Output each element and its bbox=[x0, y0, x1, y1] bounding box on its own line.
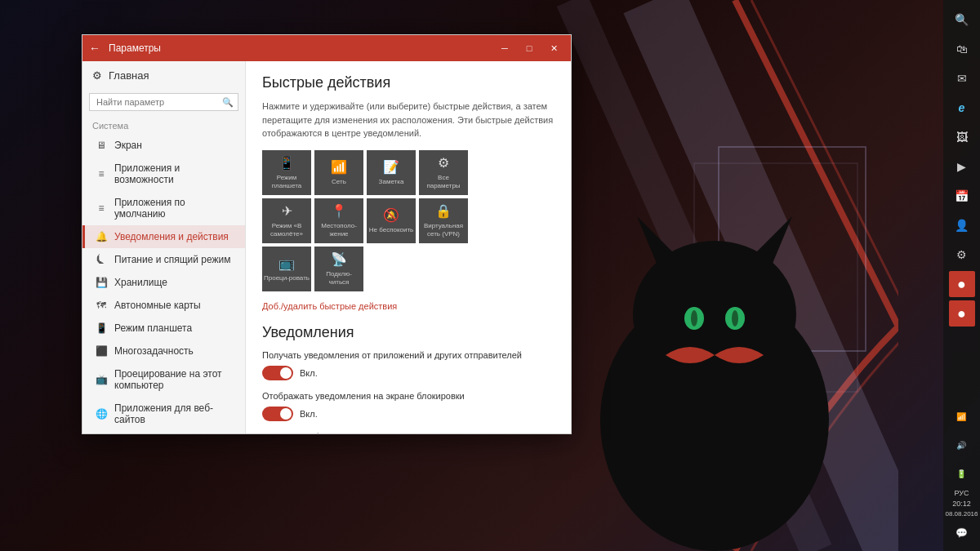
toggle-apps[interactable] bbox=[262, 366, 293, 380]
sidebar-item-label-screen: Экран bbox=[114, 140, 142, 151]
qa-vpn-icon: 🔒 bbox=[435, 203, 452, 219]
taskbar-time: 20:12 bbox=[952, 500, 971, 508]
sidebar-item-power[interactable]: ⏾ Питание и спящий режим bbox=[82, 248, 245, 271]
qa-airplane-icon: ✈ bbox=[282, 203, 292, 219]
sidebar-item-web-apps[interactable]: 🌐 Приложения для веб-сайтов bbox=[82, 397, 245, 431]
notif-label-apps: Получать уведомления от приложений и дру… bbox=[262, 349, 555, 362]
qa-vpn-label: Виртуальная сеть (VPN) bbox=[421, 222, 466, 238]
notif-item-lockscreen: Отображать уведомления на экране блокиро… bbox=[262, 390, 555, 421]
qa-tablet-label: Режим планшета bbox=[264, 174, 310, 189]
sidebar-item-label-multitask: Многозадачность bbox=[114, 345, 194, 357]
sidebar: ⚙ Главная 🔍 Система 🖥 Экран ≡ Приложения… bbox=[82, 61, 246, 433]
toggle-lockscreen[interactable] bbox=[262, 407, 293, 421]
sidebar-search: 🔍 bbox=[89, 93, 238, 111]
qa-project[interactable]: 📺 Проеци-ровать bbox=[262, 247, 311, 291]
maximize-button[interactable]: □ bbox=[519, 40, 540, 56]
quick-actions-grid: 📱 Режим планшета 📶 Сеть 📝 Заметка ⚙ Все … bbox=[262, 150, 555, 291]
sidebar-item-multitask[interactable]: ⬛ Многозадачность bbox=[82, 340, 245, 362]
sidebar-item-label-web-apps: Приложения для веб-сайтов bbox=[114, 402, 235, 425]
close-button[interactable]: ✕ bbox=[543, 40, 564, 56]
qa-project-label: Проеци-ровать bbox=[264, 274, 310, 282]
add-remove-link[interactable]: Доб./удалить быстрые действия bbox=[262, 301, 397, 311]
taskbar-store-icon[interactable]: 🛍 bbox=[949, 36, 975, 62]
qa-network[interactable]: 📶 Сеть bbox=[314, 150, 363, 195]
taskbar-right: 🔍 🛍 ✉ e 🖼 ▶ 📅 👤 ⚙ ● ● 📶 🔊 🔋 РУС 20:12 08… bbox=[943, 0, 980, 551]
qa-tablet-mode[interactable]: 📱 Режим планшета bbox=[262, 150, 311, 195]
qa-settings-label: Все параметры bbox=[421, 174, 466, 189]
taskbar-media-icon[interactable]: ▶ bbox=[949, 153, 975, 180]
qa-location[interactable]: 📍 Местополо-жение bbox=[314, 198, 363, 243]
taskbar-people-icon[interactable]: 👤 bbox=[949, 212, 975, 238]
taskbar-battery-icon[interactable]: 🔋 bbox=[948, 460, 974, 487]
taskbar-date: 08.08.2016 bbox=[945, 510, 978, 518]
taskbar-settings-icon[interactable]: ⚙ bbox=[949, 242, 975, 268]
sidebar-item-label-tablet: Режим планшета bbox=[114, 322, 192, 334]
notifications-icon: 🔔 bbox=[95, 231, 108, 242]
qa-project-icon: 📺 bbox=[278, 256, 295, 271]
taskbar-volume-icon[interactable]: 🔊 bbox=[948, 432, 974, 458]
toggle-row-lockscreen: Вкл. bbox=[262, 407, 555, 421]
qa-vpn[interactable]: 🔒 Виртуальная сеть (VPN) bbox=[419, 198, 468, 243]
default-apps-icon: ≡ bbox=[95, 202, 108, 214]
settings-window: ← Параметры ─ □ ✕ ⚙ Главная 🔍 Система bbox=[82, 34, 572, 434]
quick-actions-title: Быстрые действия bbox=[262, 74, 555, 91]
window-title: Параметры bbox=[109, 42, 494, 54]
sidebar-item-notifications[interactable]: 🔔 Уведомления и действия bbox=[82, 225, 245, 248]
qa-connect-icon: 📡 bbox=[331, 251, 347, 267]
qa-note-icon: 📝 bbox=[383, 159, 399, 175]
web-apps-icon: 🌐 bbox=[95, 408, 108, 420]
sidebar-home-label: Главная bbox=[109, 69, 149, 82]
taskbar-search-icon[interactable]: 🔍 bbox=[949, 7, 975, 33]
storage-icon: 💾 bbox=[95, 277, 108, 288]
sidebar-item-screen[interactable]: 🖥 Экран bbox=[82, 134, 245, 157]
back-button[interactable]: ← bbox=[89, 42, 100, 55]
search-input[interactable] bbox=[89, 93, 238, 111]
qa-all-settings[interactable]: ⚙ Все параметры bbox=[419, 150, 468, 195]
sidebar-item-tablet[interactable]: 📱 Режим планшета bbox=[82, 317, 245, 340]
power-icon: ⏾ bbox=[95, 254, 108, 265]
sidebar-item-label-notifications: Уведомления и действия bbox=[114, 231, 229, 242]
sidebar-item-maps[interactable]: 🗺 Автономные карты bbox=[82, 294, 245, 317]
minimize-button[interactable]: ─ bbox=[494, 40, 515, 56]
apps-icon: ≡ bbox=[95, 168, 108, 180]
taskbar-mail-icon[interactable]: ✉ bbox=[949, 65, 975, 91]
qa-airplane-label: Режим «В самолёте» bbox=[264, 222, 310, 238]
taskbar-photos-icon[interactable]: 🖼 bbox=[949, 124, 975, 150]
sidebar-item-label-project: Проецирование на этот компьютер bbox=[114, 368, 235, 391]
sidebar-item-storage[interactable]: 💾 Хранилище bbox=[82, 271, 245, 294]
toggle-label-lockscreen: Вкл. bbox=[300, 409, 318, 419]
toggle-label-apps: Вкл. bbox=[300, 368, 318, 378]
qa-note-label: Заметка bbox=[379, 178, 404, 186]
taskbar-network-icon[interactable]: 📶 bbox=[948, 403, 974, 429]
taskbar-calendar-icon[interactable]: 📅 bbox=[949, 183, 975, 209]
qa-note[interactable]: 📝 Заметка bbox=[367, 150, 416, 195]
taskbar-red1-icon[interactable]: ● bbox=[949, 271, 975, 297]
notif-item-alarms: Показывать будильники, напоминания и вхо… bbox=[262, 431, 555, 433]
taskbar-edge-icon[interactable]: e bbox=[949, 95, 975, 121]
titlebar-controls: ─ □ ✕ bbox=[494, 40, 564, 56]
quick-actions-desc: Нажмите и удерживайте (или выберите) быс… bbox=[262, 100, 555, 140]
maps-icon: 🗺 bbox=[95, 300, 108, 311]
qa-airplane[interactable]: ✈ Режим «В самолёте» bbox=[262, 198, 311, 243]
sidebar-item-label-power: Питание и спящий режим bbox=[114, 254, 231, 265]
content-area: Быстрые действия Нажмите и удерживайте (… bbox=[246, 61, 571, 433]
taskbar-red2-icon[interactable]: ● bbox=[949, 300, 975, 327]
qa-connect-label: Подклю-читься bbox=[316, 270, 362, 286]
qa-network-icon: 📶 bbox=[331, 159, 347, 175]
project-icon: 📺 bbox=[95, 374, 108, 385]
qa-connect[interactable]: 📡 Подклю-читься bbox=[314, 247, 363, 291]
sidebar-item-label-maps: Автономные карты bbox=[114, 300, 201, 311]
home-icon: ⚙ bbox=[92, 69, 102, 82]
sidebar-item-apps[interactable]: ≡ Приложения и возможности bbox=[82, 157, 245, 191]
sidebar-item-label-apps: Приложения и возможности bbox=[114, 162, 235, 185]
sidebar-item-project[interactable]: 📺 Проецирование на этот компьютер bbox=[82, 362, 245, 397]
sidebar-item-about[interactable]: ℹ О системе bbox=[82, 431, 245, 433]
qa-tablet-icon: 📱 bbox=[278, 155, 295, 171]
sidebar-home[interactable]: ⚙ Главная bbox=[82, 61, 245, 90]
svg-marker-7 bbox=[751, 216, 792, 265]
notifications-title: Уведомления bbox=[262, 324, 555, 341]
qa-dnd[interactable]: 🔕 Не беспокоить bbox=[367, 198, 416, 243]
screen-icon: 🖥 bbox=[95, 140, 108, 151]
taskbar-notification-icon[interactable]: 💬 bbox=[948, 520, 974, 546]
sidebar-item-default-apps[interactable]: ≡ Приложения по умолчанию bbox=[82, 191, 245, 225]
